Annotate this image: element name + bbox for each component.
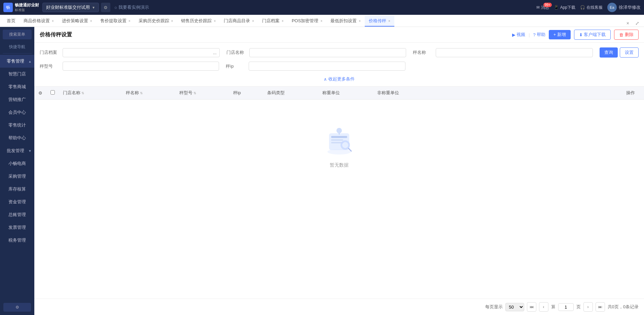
scale-model-input[interactable] bbox=[63, 62, 219, 71]
table-checkbox-col[interactable] bbox=[46, 86, 59, 100]
sort-scale-name[interactable]: 秤名称 ⇅ bbox=[126, 90, 171, 96]
sidebar-item-smart-store[interactable]: 智慧门店 bbox=[0, 68, 34, 80]
sort-icon: ⇅ bbox=[140, 91, 143, 95]
sidebar-item-inventory[interactable]: 库存核算 bbox=[0, 183, 34, 196]
tab-store-file[interactable]: 门店档案 × bbox=[258, 16, 288, 27]
close-icon[interactable]: × bbox=[171, 19, 173, 23]
filter-scale-name: 秤名称 bbox=[413, 48, 593, 57]
sidebar-item-tax-mgmt[interactable]: 税务管理 bbox=[0, 234, 34, 247]
message-badge: 99+ bbox=[543, 3, 552, 7]
demo-button[interactable]: ○ 我要看实例演示 bbox=[114, 4, 149, 10]
tab-price-transfer[interactable]: 价格传秤 × bbox=[365, 16, 394, 27]
download-client-button[interactable]: ⬇ 客户端下载 bbox=[574, 30, 611, 40]
tab-price-strategy[interactable]: 进价策略设置 × bbox=[58, 16, 96, 27]
svg-point-6 bbox=[342, 142, 348, 148]
video-link[interactable]: ▶ 视频 bbox=[512, 32, 525, 38]
tab-expand-button[interactable]: ⤢ bbox=[633, 20, 641, 27]
sort-icon: ⇅ bbox=[193, 91, 196, 95]
table-settings-col[interactable]: ⚙ bbox=[34, 86, 46, 100]
add-button[interactable]: + 新增 bbox=[549, 30, 571, 39]
tab-pos-manage[interactable]: POS加密管理 × bbox=[288, 16, 326, 27]
next-page-button[interactable]: › bbox=[583, 302, 593, 312]
system-settings-button[interactable]: ⚙ bbox=[101, 3, 110, 12]
system-selector[interactable]: 好业财标准版交付试用 ▼ bbox=[42, 3, 99, 12]
sort-scale-model[interactable]: 秤型号 ⇅ bbox=[179, 90, 225, 96]
close-icon[interactable]: × bbox=[282, 19, 284, 23]
close-icon[interactable]: × bbox=[90, 19, 92, 23]
close-icon[interactable]: × bbox=[214, 19, 216, 23]
sidebar-settings-button[interactable]: ⚙ bbox=[3, 303, 31, 312]
logo-text: 畅捷通好业财 标准版 bbox=[15, 3, 39, 12]
page-number-input[interactable] bbox=[558, 303, 574, 311]
sidebar-item-help-center[interactable]: 帮助中心 bbox=[0, 132, 34, 144]
sidebar-item-invoice[interactable]: 发票管理 bbox=[0, 221, 34, 234]
top-bar: 畅 畅捷通好业财 标准版 好业财标准版交付试用 ▼ ⚙ ○ 我要看实例演示 ✉ … bbox=[0, 0, 644, 15]
close-icon[interactable]: × bbox=[388, 19, 390, 23]
close-icon[interactable]: × bbox=[52, 19, 54, 23]
th-scale-ip: 秤ip bbox=[229, 86, 263, 100]
scale-name-input[interactable] bbox=[436, 48, 593, 57]
app-download-button[interactable]: 📱 App下载 bbox=[554, 5, 575, 10]
help-link[interactable]: ? 帮助 bbox=[533, 32, 545, 38]
sidebar-item-marketing[interactable]: 营销推广 bbox=[0, 93, 34, 106]
tab-close-all-button[interactable]: × bbox=[624, 20, 631, 27]
tab-product-price[interactable]: 商品价格设置 × bbox=[20, 16, 58, 27]
first-page-button[interactable]: ⏮ bbox=[527, 302, 536, 312]
search-menu-button[interactable]: 搜索菜单 bbox=[3, 30, 32, 39]
tab-store-catalog[interactable]: 门店商品目录 × bbox=[220, 16, 258, 27]
sort-store-name[interactable]: 门店名称 ⇅ bbox=[63, 90, 118, 96]
store-name-input[interactable] bbox=[249, 48, 406, 57]
top-right-area: ✉ 消息 99+ 📱 App下载 🎧 在线客服 Ea 徐泽华修改 bbox=[536, 3, 641, 12]
close-icon[interactable]: × bbox=[252, 19, 254, 23]
store-file-select[interactable]: ... bbox=[63, 48, 220, 57]
sidebar-item-member[interactable]: 会员中心 bbox=[0, 106, 34, 119]
user-area[interactable]: Ea 徐泽华修改 bbox=[607, 3, 641, 12]
table-header-row: ⚙ 门店名称 ⇅ 秤名称 bbox=[34, 86, 644, 100]
tab-sale-track[interactable]: 销售历史价跟踪 × bbox=[177, 16, 220, 27]
sidebar-item-purchase-mgmt[interactable]: 采购管理 bbox=[0, 170, 34, 183]
logo-icon: 畅 bbox=[3, 3, 13, 12]
tab-purchase-track[interactable]: 采购历史价跟踪 × bbox=[135, 16, 177, 27]
filter-area: 门店档案 ... 门店名称 秤名称 查询 设置 bbox=[34, 43, 644, 86]
tab-min-discount[interactable]: 最低折扣设置 × bbox=[326, 16, 365, 27]
close-icon[interactable]: × bbox=[359, 19, 361, 23]
sidebar-divider bbox=[3, 53, 32, 54]
sidebar-item-finance[interactable]: 资金管理 bbox=[0, 196, 34, 208]
per-page-select[interactable]: 50 10 20 100 bbox=[505, 303, 524, 311]
delete-button[interactable]: 🗑 删除 bbox=[614, 30, 639, 40]
collapse-button[interactable]: ∧ 收起更多条件 bbox=[40, 75, 639, 83]
sidebar-item-retail-mgmt[interactable]: 零售管理 ▲ bbox=[0, 55, 34, 68]
filter-row-2: 秤型号 秤ip bbox=[40, 62, 639, 71]
total-text: 共0页，0条记录 bbox=[608, 304, 639, 310]
sidebar-item-general-ledger[interactable]: 总账管理 bbox=[0, 208, 34, 221]
prev-page-button[interactable]: ‹ bbox=[539, 302, 548, 312]
store-name-label: 门店名称 bbox=[226, 49, 247, 56]
message-button[interactable]: ✉ 消息 99+ bbox=[536, 5, 549, 10]
th-weight-unit: 称重单位 bbox=[318, 86, 373, 100]
empty-row: 暂无数据 bbox=[34, 100, 644, 196]
sidebar-item-retail-mall[interactable]: 零售商城 bbox=[0, 80, 34, 93]
th-action: 操作 bbox=[617, 86, 644, 100]
close-icon[interactable]: × bbox=[320, 19, 322, 23]
quick-nav-button[interactable]: 快捷导航 bbox=[0, 42, 34, 52]
tab-bar: 首页 商品价格设置 × 进价策略设置 × 售价提取设置 × 采购历史价跟踪 × … bbox=[0, 15, 644, 27]
tab-sale-price[interactable]: 售价提取设置 × bbox=[96, 16, 135, 27]
sidebar-item-wholesale-mgmt[interactable]: 批发管理 ▼ bbox=[0, 144, 34, 157]
per-page-label: 每页显示 bbox=[485, 304, 503, 310]
close-icon[interactable]: × bbox=[129, 19, 131, 23]
sidebar-item-retail-stats[interactable]: 零售统计 bbox=[0, 119, 34, 132]
sidebar-item-ecommerce[interactable]: 小畅电商 bbox=[0, 157, 34, 170]
query-button[interactable]: 查询 bbox=[600, 47, 618, 58]
empty-state: 暂无数据 bbox=[34, 100, 644, 195]
last-page-button[interactable]: ⏭ bbox=[596, 302, 605, 312]
th-barcode-type: 条码类型 bbox=[263, 86, 318, 100]
select-all-checkbox[interactable] bbox=[50, 90, 55, 95]
set-button[interactable]: 设置 bbox=[620, 47, 639, 58]
online-service-button[interactable]: 🎧 在线客服 bbox=[580, 5, 603, 10]
filter-store-name: 门店名称 bbox=[226, 48, 406, 57]
tab-home[interactable]: 首页 bbox=[3, 16, 20, 27]
store-file-ellipsis[interactable]: ... bbox=[213, 50, 217, 55]
help-icon: ? bbox=[533, 32, 536, 37]
demo-icon: ○ bbox=[114, 5, 117, 10]
scale-ip-input[interactable] bbox=[249, 62, 405, 71]
